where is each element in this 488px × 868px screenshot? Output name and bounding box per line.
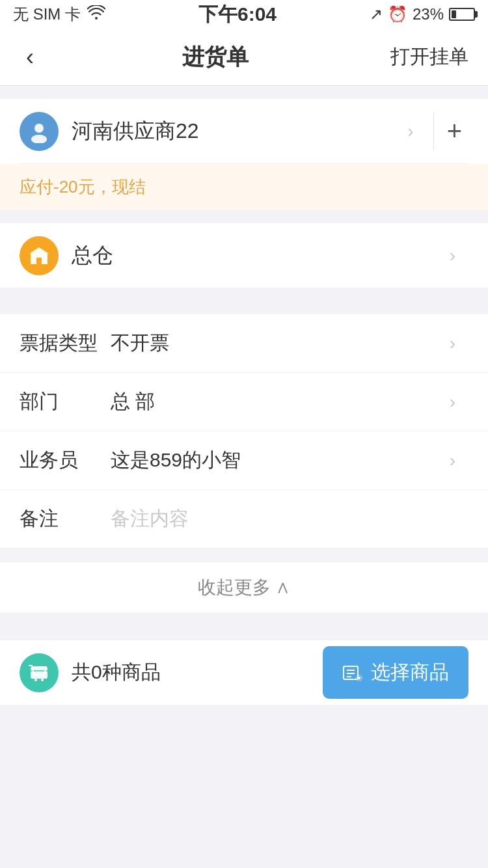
remark-label: 备注 xyxy=(20,506,98,532)
section-gap-1 xyxy=(0,86,488,99)
page-title: 进货单 xyxy=(182,42,249,72)
cart-icon-wrap xyxy=(20,653,59,692)
sales-chevron-icon: › xyxy=(450,450,455,471)
no-sim-text: 无 SIM 卡 xyxy=(13,4,81,25)
svg-rect-4 xyxy=(36,258,42,264)
warehouse-row[interactable]: 总仓 › xyxy=(0,223,488,288)
divider xyxy=(433,112,434,151)
bottom-bar: 共0种商品 选择商品 xyxy=(0,640,488,705)
add-supplier-button[interactable]: + xyxy=(441,110,468,152)
warehouse-chevron-icon: › xyxy=(450,245,455,266)
section-gap-3 xyxy=(0,288,488,301)
open-pending-button[interactable]: 打开挂单 xyxy=(390,44,468,70)
remark-row[interactable]: 备注 备注内容 xyxy=(0,490,488,549)
svg-point-6 xyxy=(34,679,37,681)
warehouse-name: 总仓 xyxy=(72,241,450,270)
svg-point-0 xyxy=(34,124,44,133)
select-product-icon xyxy=(342,664,363,682)
invoice-value: 不开票 xyxy=(98,330,450,357)
form-section: 票据类型 不开票 › 部门 总 部 › 业务员 这是859的小智 › 备注 备注… xyxy=(0,314,488,549)
invoice-label: 票据类型 xyxy=(20,330,98,357)
notice-text: 应付-20元，现结 xyxy=(20,177,146,197)
product-count: 共0种商品 xyxy=(72,659,161,686)
svg-marker-3 xyxy=(29,247,49,254)
dept-chevron-icon: › xyxy=(450,392,455,413)
select-product-button[interactable]: 选择商品 xyxy=(323,646,468,699)
battery-icon xyxy=(449,8,475,21)
notice-row: 应付-20元，现结 xyxy=(0,164,488,210)
select-product-label: 选择商品 xyxy=(371,659,449,686)
status-right: ↗ ⏰ 23% xyxy=(370,5,475,23)
section-gap-4 xyxy=(0,614,488,627)
supplier-row[interactable]: 河南供应商22 › + xyxy=(20,99,468,164)
cart-icon xyxy=(28,662,50,684)
battery-percent: 23% xyxy=(413,5,444,23)
svg-point-1 xyxy=(31,135,47,143)
supplier-name: 河南供应商22 xyxy=(72,117,407,146)
sales-row[interactable]: 业务员 这是859的小智 › xyxy=(0,431,488,490)
svg-point-7 xyxy=(41,679,44,681)
section-gap-2 xyxy=(0,210,488,223)
collapse-row[interactable]: 收起更多 ∧ xyxy=(0,562,488,614)
dept-value: 总 部 xyxy=(98,388,450,415)
invoice-row[interactable]: 票据类型 不开票 › xyxy=(0,314,488,373)
status-left: 无 SIM 卡 xyxy=(13,4,105,25)
invoice-chevron-icon: › xyxy=(450,333,455,354)
user-icon xyxy=(27,120,51,143)
bottom-background xyxy=(0,705,488,868)
sales-label: 业务员 xyxy=(20,447,98,474)
supplier-section: 河南供应商22 › + xyxy=(0,99,488,164)
alarm-icon: ⏰ xyxy=(388,5,407,23)
sales-value: 这是859的小智 xyxy=(98,447,450,474)
status-bar: 无 SIM 卡 下午6:04 ↗ ⏰ 23% xyxy=(0,0,488,29)
warehouse-icon xyxy=(28,245,50,267)
dept-row[interactable]: 部门 总 部 › xyxy=(0,373,488,431)
wifi-icon xyxy=(87,5,105,23)
back-button[interactable]: ‹ xyxy=(20,37,40,77)
warehouse-icon-wrap xyxy=(20,236,59,275)
nav-bar: ‹ 进货单 打开挂单 xyxy=(0,29,488,86)
status-time: 下午6:04 xyxy=(198,1,277,28)
supplier-chevron-icon: › xyxy=(407,121,413,142)
dept-label: 部门 xyxy=(20,388,98,415)
collapse-label: 收起更多 ∧ xyxy=(198,575,291,600)
remark-input[interactable]: 备注内容 xyxy=(98,506,468,532)
supplier-avatar xyxy=(20,112,59,151)
location-icon: ↗ xyxy=(370,5,383,23)
bottom-left: 共0种商品 xyxy=(20,653,161,692)
